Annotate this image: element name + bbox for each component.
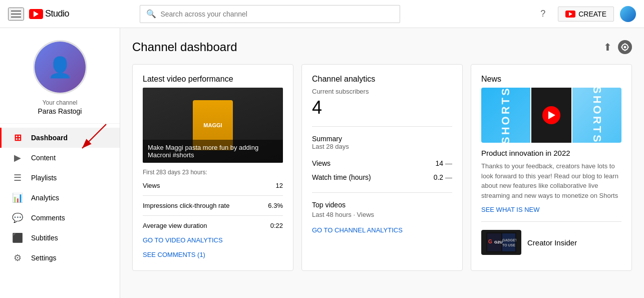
go-to-channel-analytics-link[interactable]: GO TO CHANNEL ANALYTICS: [312, 224, 452, 236]
youtube-logo[interactable]: Studio: [29, 9, 69, 19]
stat-value-views: 12: [276, 182, 283, 189]
analytics-value-views: 14 —: [436, 159, 452, 167]
sidebar-item-dashboard[interactable]: ⊞ Dashboard: [0, 128, 120, 148]
sidebar-item-comments[interactable]: 💬 Comments: [0, 208, 120, 228]
topbar-left: Studio: [8, 8, 69, 21]
divider: [143, 195, 283, 196]
topbar-right: ? CREATE: [534, 5, 636, 23]
stat-value-ctr: 6.3%: [268, 202, 283, 209]
svg-text:GADGETS: GADGETS: [502, 238, 516, 242]
subscribers-label: Current subscribers: [312, 88, 452, 95]
playlists-icon: ☰: [12, 172, 23, 183]
avatar-image: 👤: [35, 42, 86, 93]
analytics-row-views: Views 14 —: [312, 156, 452, 170]
news-image: SHORTS SHORTS: [481, 88, 621, 143]
stat-label-duration: Average view duration: [143, 222, 207, 229]
creator-insider: G G2U GADGETS TO USE Creator Insider: [481, 221, 621, 255]
subtitles-label: Subtitles: [31, 234, 58, 242]
content-label: Content: [31, 154, 56, 162]
create-label: CREATE: [578, 10, 606, 18]
sidebar-item-analytics[interactable]: 📊 Analytics: [0, 188, 120, 208]
channel-analytics-card: Channel analytics Current subscribers 4 …: [301, 64, 463, 271]
svg-rect-8: [502, 233, 515, 251]
studio-label: Studio: [45, 9, 69, 19]
create-video-icon: [565, 11, 575, 18]
settings-icon: ⚙: [12, 252, 23, 263]
top-videos-label: Top videos: [312, 201, 452, 209]
subscribers-section: Current subscribers 4: [312, 88, 452, 118]
analytics-label: Analytics: [31, 194, 59, 202]
page-title-row: Channel dashboard ⬆: [132, 40, 632, 54]
creator-insider-logo: G G2U GADGETS TO USE: [481, 230, 521, 255]
analytics-value-watchtime: 0.2 —: [434, 173, 452, 181]
content-icon: ▶: [12, 152, 23, 163]
top-videos-period: Last 48 hours · Views: [312, 211, 452, 218]
sidebar-item-playlists[interactable]: ☰ Playlists: [0, 168, 120, 188]
news-img-center: [531, 88, 571, 143]
analytics-divider2: [312, 192, 452, 193]
stat-label-views: Views: [143, 182, 160, 189]
channel-avatar[interactable]: 👤: [33, 40, 87, 94]
stat-row-ctr: Impressions click-through rate 6.3%: [143, 200, 283, 211]
sidebar: 👤 Your channel Paras Rastogi ⊞ Dashboard…: [0, 28, 120, 298]
svg-text:G: G: [488, 239, 492, 244]
playlists-label: Playlists: [31, 174, 57, 182]
channel-info: 👤 Your channel Paras Rastogi: [0, 28, 120, 124]
divider2: [143, 215, 283, 216]
subtitles-icon: ⬛: [12, 232, 23, 243]
analytics-divider: [312, 126, 452, 127]
go-to-video-analytics-link[interactable]: GO TO VIDEO ANALYTICS: [143, 234, 283, 246]
live-icon[interactable]: [618, 40, 632, 54]
analytics-label-watchtime: Watch time (hours): [312, 173, 371, 181]
search-icon: 🔍: [146, 9, 156, 19]
sidebar-item-content[interactable]: ▶ Content: [0, 148, 120, 168]
page-title: Channel dashboard: [132, 40, 237, 54]
news-card: News SHORTS SHORTS Product innovation in…: [471, 64, 632, 271]
channel-analytics-title: Channel analytics: [312, 75, 452, 84]
nav-list: ⊞ Dashboard ▶ Content ☰ Playlists 📊 Anal…: [0, 124, 120, 272]
analytics-label-views: Views: [312, 159, 331, 167]
news-article-title: Product innovation in 2022: [481, 149, 621, 157]
summary-label: Summary: [312, 135, 452, 143]
analytics-icon: 📊: [12, 192, 23, 203]
main-content: Channel dashboard ⬆ Latest video perform…: [120, 28, 644, 298]
stat-value-duration: 0:22: [270, 222, 283, 229]
analytics-row-watchtime: Watch time (hours) 0.2 —: [312, 170, 452, 184]
latest-video-card: Latest video performance MAGGI Make Magg…: [132, 64, 293, 271]
comments-label: Comments: [31, 214, 65, 222]
comments-icon: 💬: [12, 212, 23, 223]
video-title-overlay: Make Maggi pasta more fun by adding Macr…: [143, 140, 283, 163]
youtube-logo-icon: [29, 9, 43, 19]
sidebar-item-subtitles[interactable]: ⬛ Subtitles: [0, 228, 120, 248]
user-avatar[interactable]: [620, 6, 636, 22]
search-input[interactable]: [160, 10, 394, 18]
see-comments-link[interactable]: SEE COMMENTS (1): [143, 249, 283, 260]
video-thumbnail[interactable]: MAGGI Make Maggi pasta more fun by addin…: [143, 88, 283, 163]
news-article-body: Thanks to your feedback, creators have l…: [481, 161, 621, 200]
news-img-left: SHORTS: [481, 88, 530, 143]
create-button[interactable]: CREATE: [558, 7, 614, 22]
topbar: Studio 🔍 ? CREATE: [0, 0, 644, 28]
settings-label: Settings: [31, 254, 57, 262]
video-stats-header: First 283 days 23 hours:: [143, 169, 283, 176]
svg-point-1: [624, 46, 626, 49]
menu-button[interactable]: [8, 8, 24, 21]
sidebar-item-settings[interactable]: ⚙ Settings: [0, 248, 120, 268]
creator-insider-label: Creator Insider: [527, 238, 577, 247]
help-button[interactable]: ?: [534, 5, 552, 23]
summary-period: Last 28 days: [312, 143, 452, 150]
svg-text:G2U: G2U: [494, 240, 503, 244]
see-what-is-new-link[interactable]: SEE WHAT IS NEW: [481, 206, 540, 213]
play-circle: [542, 106, 560, 124]
search-bar: 🔍: [140, 5, 400, 23]
dashboard-label: Dashboard: [31, 134, 68, 142]
svg-text:TO USE: TO USE: [502, 243, 515, 247]
channel-label: Your channel: [43, 99, 78, 106]
subscribers-count: 4: [312, 97, 452, 118]
upload-button[interactable]: ⬆: [603, 41, 612, 53]
latest-video-title: Latest video performance: [143, 75, 283, 84]
stat-label-ctr: Impressions click-through rate: [143, 202, 229, 209]
stat-row-duration: Average view duration 0:22: [143, 220, 283, 231]
page-title-actions: ⬆: [603, 40, 632, 54]
channel-name: Paras Rastogi: [38, 107, 82, 115]
